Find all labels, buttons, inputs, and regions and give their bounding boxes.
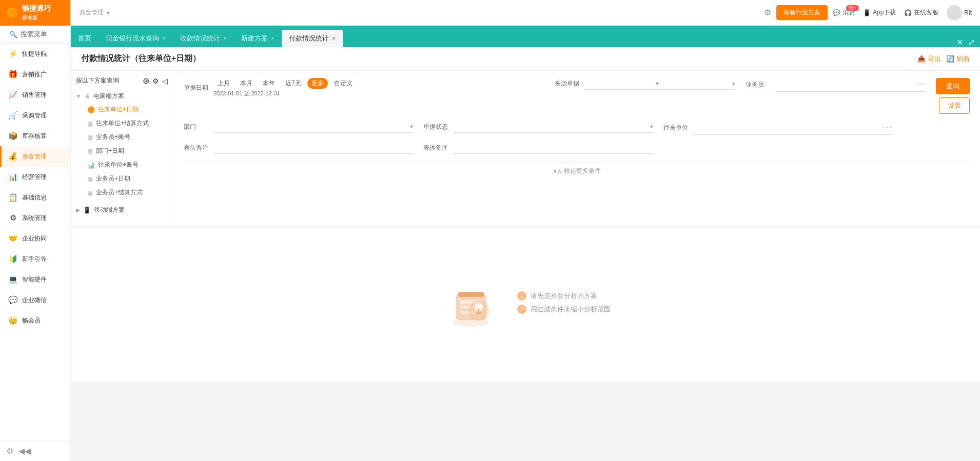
body-note-input[interactable]: [453, 142, 653, 154]
scheme-item-partner-account[interactable]: 📊 往来单位+账号: [84, 158, 168, 172]
scheme-item-staff-date[interactable]: ▦ 业务员+日期: [84, 172, 168, 186]
header-note-input[interactable]: [213, 142, 413, 154]
scheme-collapse-button[interactable]: ◁: [162, 77, 168, 85]
tab-bank-flow[interactable]: 现金银行流水查询 ×: [99, 30, 173, 47]
collapse-sidebar-icon[interactable]: ◀◀: [18, 446, 31, 456]
tab-home-label: 首页: [78, 34, 91, 43]
date-tab-last-month[interactable]: 上月: [213, 78, 234, 89]
salesperson-dots-btn[interactable]: ···: [916, 80, 926, 89]
sidebar-item-operations[interactable]: 📊 经营管理: [0, 167, 70, 187]
sales-icon: 📈: [8, 90, 18, 100]
sidebar-item-quick-nav[interactable]: ⚡ 快捷导航: [0, 44, 70, 64]
tab-receipt-stats-close[interactable]: ×: [223, 35, 227, 42]
scheme-add-button[interactable]: ⊕: [143, 76, 149, 86]
sidebar-item-label: 新手引导: [22, 255, 47, 264]
settings-button[interactable]: 设置: [939, 97, 970, 114]
logo-name: 畅捷通巧: [22, 4, 51, 12]
sidebar-item-capital[interactable]: 💰 资金管理: [0, 146, 70, 167]
date-tab-this-year[interactable]: 本年: [259, 78, 279, 89]
export-label: 导出: [928, 54, 941, 64]
query-button[interactable]: 查询: [936, 78, 970, 94]
sidebar-item-label: 销售管理: [22, 91, 47, 99]
sidebar-item-hardware[interactable]: 💻 智能硬件: [0, 269, 70, 290]
scheme-item-label: 部门+日期: [96, 147, 124, 155]
sidebar-item-label: 智能硬件: [22, 275, 47, 284]
scheme-panel-title: 按以下方案查询: [76, 76, 119, 85]
source-voucher-select[interactable]: ▾: [584, 78, 735, 90]
trial-button[interactable]: 体验行业方案: [776, 5, 828, 20]
online-service-item[interactable]: 🎧 在线客服: [904, 8, 938, 17]
sidebar-item-guide[interactable]: 🔰 新手引导: [0, 249, 70, 269]
messages-badge: 99+: [846, 5, 859, 11]
sidebar-item-wechat[interactable]: 💬 企业微信: [0, 290, 70, 310]
system-icon: ⚙: [8, 213, 18, 223]
search-menu[interactable]: 🔍 搜索菜单: [0, 26, 70, 44]
body-note-label: 表体备注: [423, 144, 449, 152]
scheme-item-staff-account[interactable]: ▦ 业务员+账号: [84, 130, 168, 144]
collapse-bar: ∧∧ 收起更多条件: [184, 161, 970, 181]
scheme-item-partner-settlement[interactable]: ▦ 往来单位+结算方式: [84, 116, 168, 130]
partner-dots-btn[interactable]: ···: [883, 123, 893, 132]
tab-new-scheme[interactable]: 新建方案 ×: [234, 30, 282, 47]
app-icon: 📱: [863, 9, 871, 16]
scheme-item-partner-date[interactable]: 🟠 往来单位+日期: [84, 103, 168, 116]
dept-arrow: ▾: [410, 123, 413, 130]
dept-select[interactable]: ▾: [213, 121, 413, 133]
empty-state: 1 请先选择要分析的方案 2 用过滤条件来缩小分析范围: [71, 228, 980, 382]
close-all-icon[interactable]: ✕: [956, 37, 963, 47]
refresh-label: 刷新: [956, 54, 970, 64]
date-tab-this-month[interactable]: 本月: [236, 78, 257, 89]
scheme-item-dept-date[interactable]: ▦ 部门+日期: [84, 144, 168, 158]
date-tab-last-7days[interactable]: 近7天: [281, 78, 305, 89]
scheme-panel-actions: ⊕ ⚙ ◁: [143, 76, 168, 86]
sidebar-item-inventory[interactable]: 📦 库存核算: [0, 126, 70, 146]
sidebar-item-enterprise[interactable]: 🤝 企业协同: [0, 228, 70, 249]
tab-receipt-stats[interactable]: 收款情况统计 ×: [173, 30, 234, 47]
tab-new-scheme-close[interactable]: ×: [271, 35, 275, 42]
header-note-label: 表头备注: [184, 144, 209, 152]
sidebar-nav: ⚡ 快捷导航 🎁 营销推广 📈 销售管理 🛒 采购管理 📦 库存核算 💰 资金管…: [0, 44, 70, 440]
expand-icon[interactable]: ⤢: [968, 37, 975, 47]
service-icon: 🎧: [904, 9, 912, 16]
scheme-item-staff-settlement[interactable]: ▦ 业务员+结算方式: [84, 186, 168, 199]
quick-nav-icon: ⚡: [8, 49, 18, 59]
date-tab-custom[interactable]: 自定义: [330, 78, 357, 89]
sidebar-item-sales[interactable]: 📈 销售管理: [0, 85, 70, 105]
dept-label: 部门: [184, 123, 209, 131]
tab-bank-flow-label: 现金银行流水查询: [106, 34, 159, 43]
tab-home[interactable]: 首页: [71, 30, 99, 47]
collapse-button[interactable]: ∧∧ 收起更多条件: [553, 167, 601, 175]
sidebar-item-member[interactable]: 👑 畅会员: [0, 310, 70, 331]
scheme-item-label: 往来单位+日期: [98, 105, 139, 114]
topbar: 资金管理 ▾ ⚙ 体验行业方案 💬 消息 99+ 📱 App下载 🎧 在线客服 …: [71, 0, 980, 26]
export-button[interactable]: 📤 导出: [917, 54, 941, 64]
page-header: 付款情况统计（往来单位+日期） 📤 导出 🔄 刷新: [71, 47, 980, 71]
breadcrumb: 资金管理 ▾: [79, 8, 759, 17]
sidebar-item-basic[interactable]: 📋 基础信息: [0, 187, 70, 208]
export-icon: 📤: [917, 55, 926, 63]
settings-icon[interactable]: ⚙: [764, 8, 771, 17]
settings-bottom-icon[interactable]: ⚙: [6, 446, 13, 456]
breadcrumb-dropdown[interactable]: ▾: [107, 9, 110, 16]
mobile-group-title[interactable]: ▶ 📱 移动端方案: [76, 204, 168, 216]
sidebar-item-system[interactable]: ⚙ 系统管理: [0, 208, 70, 228]
tab-payment-stats[interactable]: 付款情况统计 ×: [282, 30, 343, 47]
scheme-item-icon: ▦: [87, 175, 93, 183]
purchase-icon: 🛒: [8, 110, 18, 121]
user-profile[interactable]: Rit: [947, 5, 972, 21]
refresh-button[interactable]: 🔄 刷新: [946, 54, 970, 64]
wechat-icon: 💬: [8, 295, 18, 305]
sidebar-item-purchase[interactable]: 🛒 采购管理: [0, 105, 70, 126]
date-tab-more[interactable]: 更多: [307, 78, 328, 89]
sidebar-item-marketing[interactable]: 🎁 营销推广: [0, 64, 70, 85]
online-service-label: 在线客服: [914, 8, 938, 17]
tab-bank-flow-close[interactable]: ×: [162, 35, 166, 42]
desktop-group-title[interactable]: ▼ 🖥 电脑端方案: [76, 90, 168, 103]
scheme-edit-button[interactable]: ⚙: [152, 77, 159, 85]
voucher-status-select[interactable]: ▾: [453, 121, 653, 133]
logo-sub: 标准版: [22, 14, 51, 22]
message-icon: 💬: [833, 9, 840, 16]
tab-payment-stats-close[interactable]: ×: [332, 35, 336, 42]
messages-item[interactable]: 💬 消息 99+: [833, 8, 855, 17]
app-download-item[interactable]: 📱 App下载: [863, 8, 896, 17]
